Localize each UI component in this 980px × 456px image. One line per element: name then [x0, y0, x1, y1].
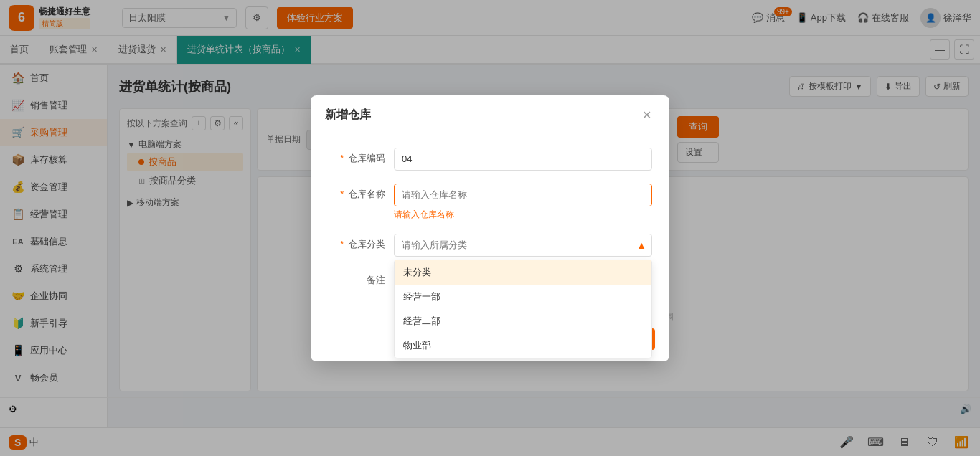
required-star-name: * — [340, 189, 344, 199]
dropdown-item-dept1[interactable]: 经营一部 — [395, 285, 651, 309]
form-row-category: * 仓库分类 ▲ 未分类 经营一部 经营二部 物业部 — [328, 234, 652, 257]
warehouse-code-label: * 仓库编码 — [328, 148, 385, 165]
dropdown-item-dept3[interactable]: 物业部 — [395, 333, 651, 358]
overlay[interactable]: 新增仓库 ✕ * 仓库编码 * 仓库名称 — [0, 0, 980, 456]
required-star: * — [340, 153, 344, 163]
warehouse-code-input[interactable] — [394, 148, 652, 171]
form-row-name: * 仓库名称 请输入仓库名称 — [328, 184, 652, 221]
dropdown-list: 未分类 经营一部 经营二部 物业部 — [394, 260, 652, 358]
form-row-code: * 仓库编码 — [328, 148, 652, 171]
warehouse-name-input[interactable] — [394, 184, 652, 206]
required-star-cat: * — [340, 239, 344, 250]
warehouse-name-error: 请输入仓库名称 — [394, 209, 652, 221]
warehouse-code-control — [394, 148, 652, 171]
warehouse-category-input[interactable] — [394, 234, 652, 257]
warehouse-category-label: * 仓库分类 — [328, 234, 385, 251]
dialog-new-warehouse: 新增仓库 ✕ * 仓库编码 * 仓库名称 — [311, 95, 669, 361]
warehouse-name-control: 请输入仓库名称 — [394, 184, 652, 221]
dropdown-item-dept2[interactable]: 经营二部 — [395, 309, 651, 333]
dropdown-item-unclassified[interactable]: 未分类 — [395, 260, 651, 285]
note-label: 备注 — [328, 270, 385, 287]
dialog-body: * 仓库编码 * 仓库名称 请输入仓库名称 — [311, 133, 669, 320]
dialog-close-button[interactable]: ✕ — [638, 107, 655, 124]
dialog-header: 新增仓库 ✕ — [311, 95, 669, 133]
dialog-title: 新增仓库 — [325, 108, 371, 123]
warehouse-name-label: * 仓库名称 — [328, 184, 385, 201]
dropdown-arrow-icon[interactable]: ▲ — [636, 239, 646, 251]
warehouse-category-control: ▲ 未分类 经营一部 经营二部 物业部 — [394, 234, 652, 257]
